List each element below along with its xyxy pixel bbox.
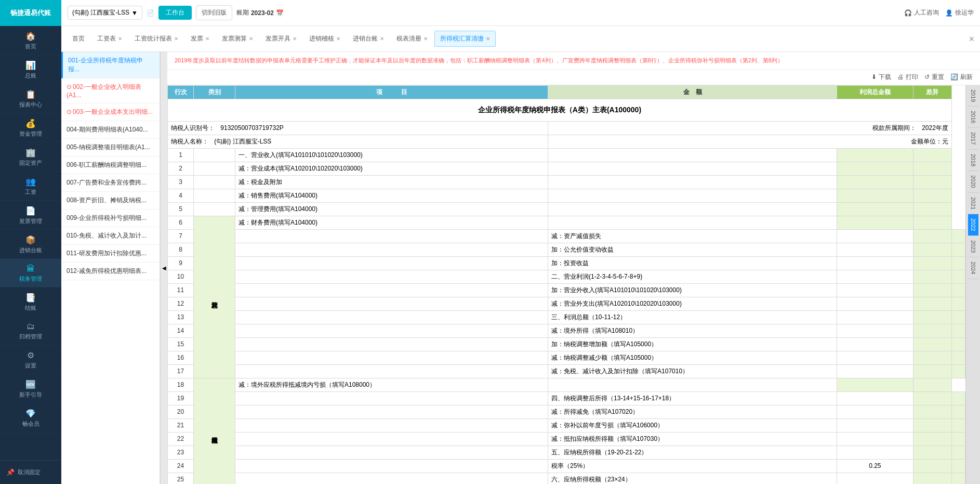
year-item-2016[interactable]: 2016 [968, 107, 978, 128]
amount-cell[interactable] [548, 189, 837, 202]
amount-cell[interactable] [837, 270, 913, 283]
reset-button[interactable]: ↺ 重置 [924, 73, 944, 82]
sidebar-item-新手引导[interactable]: 🆕新手引导 [0, 374, 61, 403]
close-tab-icon[interactable]: ✕ [174, 36, 178, 42]
left-panel-item-007[interactable]: 007-广告费和业务宣传费跨... [61, 174, 160, 192]
year-item-2022[interactable]: 2022 [968, 214, 978, 236]
amount-cell[interactable] [837, 432, 913, 446]
close-tab-icon[interactable]: ✕ [118, 36, 122, 42]
collapse-button[interactable]: ◀ [160, 52, 167, 484]
sidebar-icon: 🗂 [27, 322, 35, 331]
left-panel-item-012[interactable]: 012-减免所得税优惠明细表... [61, 263, 160, 280]
nav-tab-进销稽核[interactable]: 进销稽核✕ [303, 31, 346, 47]
close-tab-icon[interactable]: ✕ [205, 36, 209, 42]
close-tab-icon[interactable]: ✕ [423, 36, 428, 42]
nav-tab-发票开具[interactable]: 发票开具✕ [260, 31, 302, 47]
amount-cell[interactable] [837, 243, 913, 256]
amount-cell[interactable] [837, 364, 913, 378]
amount-cell[interactable] [837, 473, 913, 484]
sidebar-item-结账[interactable]: 📑结账 [0, 287, 61, 317]
sidebar-item-进销台账[interactable]: 📦进销台账 [0, 230, 61, 259]
close-tab-icon[interactable]: ✕ [486, 36, 490, 42]
amount-cell[interactable] [548, 378, 837, 391]
close-tab-icon[interactable]: ✕ [249, 36, 253, 42]
amount-cell[interactable] [837, 283, 913, 297]
left-panel-item-010[interactable]: 010-免税、减计收入及加计... [61, 227, 160, 245]
left-panel-item-011[interactable]: 011-研发费用加计扣除优惠... [61, 245, 160, 263]
company-selector[interactable]: (勾剔) 江西服宝-LSS ▼ [68, 6, 142, 20]
sidebar-item-设置[interactable]: ⚙设置 [0, 345, 61, 374]
year-item-2019[interactable]: 2019 [968, 85, 978, 107]
table-container[interactable]: 行次类别项 目金 额利润总金额差异企业所得税年度纳税申报表（A类）主表(A100… [167, 85, 965, 485]
workbench-button[interactable]: 工作台 [158, 6, 192, 20]
row-number: 8 [168, 243, 194, 256]
amount-cell[interactable] [548, 162, 837, 175]
year-item-2020[interactable]: 2020 [968, 171, 978, 192]
sidebar-item-畅会员[interactable]: 💎畅会员 [0, 403, 61, 433]
year-item-2021[interactable]: 2021 [968, 193, 978, 214]
amount-cell[interactable] [837, 446, 913, 459]
amount-cell[interactable] [837, 324, 913, 337]
amount-cell[interactable]: 0.25 [837, 459, 913, 473]
sidebar-label: 工资 [25, 188, 36, 196]
close-all-icon[interactable]: ✕ [969, 35, 975, 43]
amount-cell[interactable] [548, 216, 837, 229]
profit-cell [837, 148, 913, 162]
sidebar-item-发票管理[interactable]: 📄发票管理 [0, 201, 61, 230]
table-row: 11加：营业外收入(填写A101010\101020\103000) [168, 283, 965, 297]
left-panel-item-002[interactable]: ⊙002-一般企业收入明细表(A1... [61, 79, 160, 103]
amount-cell[interactable] [548, 202, 837, 216]
left-panel-item-008[interactable]: 008-资产折旧、摊销及纳税... [61, 192, 160, 210]
year-item-2017[interactable]: 2017 [968, 128, 978, 149]
close-tab-icon[interactable]: ✕ [380, 36, 384, 42]
amount-cell[interactable] [837, 418, 913, 432]
left-panel-item-009[interactable]: 009-企业所得税补亏损明细... [61, 210, 160, 227]
sidebar-item-首页[interactable]: 🏠首页 [0, 26, 61, 55]
sidebar-item-工资[interactable]: 👥工资 [0, 172, 61, 201]
table-row: 25六、应纳所得税额（23×24） [168, 473, 965, 484]
year-item-2023[interactable]: 2023 [968, 236, 978, 257]
left-panel-item-003[interactable]: ⊙003-一般企业成本支出明细... [61, 103, 160, 121]
year-item-2018[interactable]: 2018 [968, 150, 978, 171]
nav-tab-进销台账[interactable]: 进销台账✕ [347, 31, 390, 47]
download-button[interactable]: ⬇ 下载 [871, 73, 891, 82]
nav-tab-税表清册[interactable]: 税表清册✕ [391, 31, 433, 47]
amount-cell[interactable] [837, 351, 913, 364]
switch-button[interactable]: 切到旧版 [196, 5, 232, 20]
left-panel-item-001[interactable]: 001-企业所得税年度纳税申报... [61, 52, 160, 79]
amount-cell[interactable] [837, 337, 913, 351]
sidebar-item-税务管理[interactable]: 🏛税务管理 [0, 259, 61, 287]
category-cell-empty [235, 243, 548, 256]
nav-tab-工资统计报表[interactable]: 工资统计报表✕ [129, 31, 184, 47]
left-panel-item-004[interactable]: 004-期间费用明细表(A1040... [61, 121, 160, 139]
user-profile[interactable]: 👤 徐运华 [945, 8, 974, 17]
amount-cell[interactable] [837, 229, 913, 243]
nav-tab-发票测算[interactable]: 发票测算✕ [216, 31, 259, 47]
row-number: 3 [168, 175, 194, 189]
sidebar-item-归档管理[interactable]: 🗂归档管理 [0, 317, 61, 345]
sidebar-item-固定资产[interactable]: 🏢固定资产 [0, 142, 61, 172]
amount-cell[interactable] [837, 405, 913, 418]
close-tab-icon[interactable]: ✕ [293, 36, 297, 42]
left-panel-item-005[interactable]: 005-纳税调整项目明细表(A1... [61, 139, 160, 156]
sidebar-item-总账[interactable]: 📊总账 [0, 55, 61, 84]
close-tab-icon[interactable]: ✕ [336, 36, 340, 42]
amount-cell[interactable] [837, 310, 913, 324]
year-item-2024[interactable]: 2024 [968, 257, 978, 279]
amount-cell[interactable] [837, 256, 913, 270]
amount-cell[interactable] [548, 148, 837, 162]
sidebar-item-报表中心[interactable]: 📋报表中心 [0, 84, 61, 113]
nav-tab-工资表[interactable]: 工资表✕ [91, 31, 128, 47]
ai-consult[interactable]: 🎧 人工咨询 [904, 8, 939, 17]
nav-tab-首页[interactable]: 首页 [67, 31, 90, 47]
pin-toggle[interactable]: 📌 取消固定 [0, 465, 61, 480]
left-panel-item-006[interactable]: 006-职工薪酬纳税调整明细... [61, 156, 160, 174]
refresh-button[interactable]: 🔄 刷新 [950, 73, 973, 82]
amount-cell[interactable] [548, 175, 837, 189]
amount-cell[interactable] [837, 297, 913, 310]
nav-tab-发票[interactable]: 发票✕ [185, 31, 215, 47]
sidebar-item-资金管理[interactable]: 💰资金管理 [0, 113, 61, 142]
print-button[interactable]: 🖨 打印 [897, 73, 918, 82]
nav-tab-所得税汇算清缴[interactable]: 所得税汇算清缴✕ [434, 31, 496, 47]
amount-cell[interactable] [837, 391, 913, 405]
